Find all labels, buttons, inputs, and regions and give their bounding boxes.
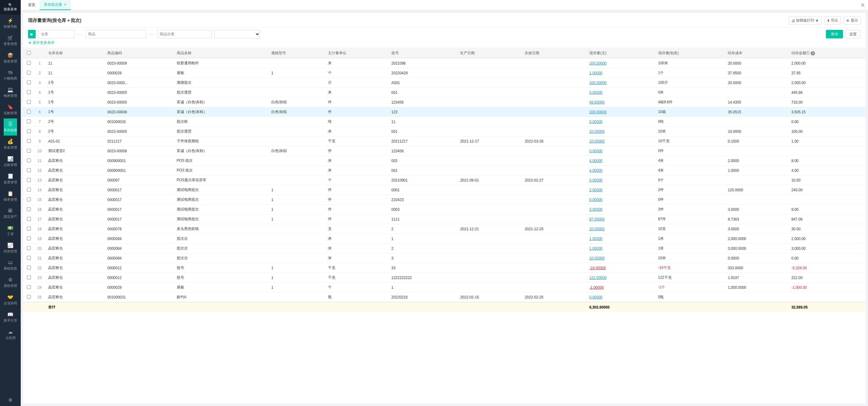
- sidebar-item-mini-ecom[interactable]: 🛍小额电商: [4, 67, 17, 84]
- row-check[interactable]: [23, 253, 34, 263]
- row-check[interactable]: [23, 117, 34, 127]
- sidebar-item-assets[interactable]: 💰资金管理: [4, 136, 17, 153]
- sidebar-item-inventory[interactable]: 🗄库存核查: [4, 119, 17, 136]
- row-goods-name: 批次次: [174, 234, 268, 244]
- sidebar-item-base[interactable]: 🗂基础信息: [4, 257, 17, 274]
- row-stock-main[interactable]: 100.00000: [586, 59, 655, 68]
- display-button[interactable]: 👁 显示: [843, 16, 861, 25]
- row-check[interactable]: [23, 185, 34, 195]
- sidebar-item-sys[interactable]: ⚙系统管理: [4, 274, 17, 291]
- row-total-cost: 0.00: [788, 253, 866, 263]
- row-stock-main[interactable]: 10.00000: [586, 127, 655, 136]
- row-check[interactable]: [23, 263, 34, 273]
- sidebar-settings[interactable]: ⚙: [0, 394, 21, 406]
- row-check[interactable]: [23, 273, 34, 283]
- sidebar-search[interactable]: 🔍 搜索菜单: [0, 0, 21, 14]
- row-stock-main[interactable]: 4.00000: [586, 156, 655, 166]
- row-check[interactable]: [23, 166, 34, 175]
- sidebar-item-label-tax: 税务管理: [4, 197, 17, 202]
- row-stock-main[interactable]: 0.00000: [586, 117, 655, 127]
- sidebar-item-corp[interactable]: 🤝企业协同: [4, 291, 17, 308]
- row-stock-main[interactable]: 0.00000: [586, 88, 655, 98]
- row-check[interactable]: [23, 78, 34, 88]
- warehouse-input[interactable]: [38, 30, 75, 38]
- sidebar-item-wholesale[interactable]: 📦批发管理: [4, 49, 17, 67]
- total-cost-info-icon[interactable]: ①: [811, 51, 815, 56]
- sidebar-item-ops[interactable]: 📈经营管理: [4, 239, 17, 257]
- export-button[interactable]: ⬆ 导出: [824, 16, 841, 25]
- row-num: 20: [34, 244, 45, 253]
- row-stock-main[interactable]: 122.00000: [586, 273, 655, 283]
- sidebar-item-quick-nav[interactable]: ⚡快捷导航: [4, 14, 17, 32]
- row-check[interactable]: [23, 59, 34, 68]
- row-stock-main[interactable]: -16.00000: [586, 263, 655, 273]
- row-unit: 个: [325, 283, 389, 293]
- row-check[interactable]: [23, 88, 34, 98]
- row-stock-main[interactable]: 0.00000: [586, 175, 655, 185]
- footer-unit-cost: [725, 302, 788, 312]
- row-stock-main[interactable]: 10.00000: [586, 136, 655, 146]
- row-stock-main[interactable]: 0.00000: [586, 195, 655, 205]
- row-stock-main[interactable]: 1.00000: [586, 244, 655, 253]
- row-stock-main[interactable]: 49.60000: [586, 98, 655, 107]
- row-unit: 米: [325, 59, 389, 68]
- row-stock-main[interactable]: 10.00000: [586, 253, 655, 263]
- row-check[interactable]: [23, 175, 34, 185]
- row-check[interactable]: [23, 136, 34, 146]
- row-stock-main[interactable]: 2.00000: [586, 185, 655, 195]
- row-spec: 1: [268, 273, 325, 283]
- row-check[interactable]: [23, 283, 34, 293]
- row-stock-main[interactable]: 10.00000: [586, 224, 655, 234]
- filter-arrow-button[interactable]: ▶: [28, 30, 36, 38]
- row-check[interactable]: [23, 127, 34, 136]
- row-check[interactable]: [23, 234, 34, 244]
- row-stock-main[interactable]: 1.00000: [586, 234, 655, 244]
- row-check[interactable]: [23, 146, 34, 156]
- window-close-icon[interactable]: ✕: [860, 2, 865, 8]
- sidebar-item-fixed-assets[interactable]: 🏛固定资产: [4, 205, 17, 222]
- search-button[interactable]: 查询: [826, 30, 843, 38]
- row-check[interactable]: [23, 98, 34, 107]
- row-check[interactable]: [23, 293, 34, 302]
- tab-close-icon[interactable]: ✕: [64, 3, 66, 7]
- sidebar-item-purchase[interactable]: 🔖采购管理: [4, 101, 17, 119]
- row-num: 2: [34, 68, 45, 78]
- sidebar-item-invoice[interactable]: 🧾发票管理: [4, 170, 17, 188]
- sidebar-item-guide[interactable]: 📖新手引导: [4, 308, 17, 326]
- row-stock-main[interactable]: 100.00000: [586, 107, 655, 117]
- sidebar-item-tax[interactable]: 📋税务管理: [4, 188, 17, 205]
- sidebar-item-total[interactable]: 📊总账管理: [4, 153, 17, 170]
- row-stock-main[interactable]: 87.00000: [586, 214, 655, 224]
- row-check[interactable]: [23, 195, 34, 205]
- row-stock-main[interactable]: 0.00000: [586, 293, 655, 302]
- category-select[interactable]: [214, 30, 260, 38]
- row-check[interactable]: [23, 205, 34, 214]
- tab-home[interactable]: 首页: [24, 0, 40, 10]
- row-stock-main[interactable]: 3.00000: [586, 205, 655, 214]
- row-stock-main[interactable]: 4.00000: [586, 166, 655, 175]
- expand-conditions-button[interactable]: ▼ 展开更多条件: [28, 40, 861, 45]
- sidebar-item-cloud[interactable]: ☁云应用: [4, 326, 17, 343]
- sidebar-item-hr[interactable]: 💵工资: [4, 222, 17, 239]
- row-check[interactable]: [23, 68, 34, 78]
- row-check[interactable]: [23, 156, 34, 166]
- row-stock-main[interactable]: 0.00000: [586, 146, 655, 156]
- goods-input[interactable]: [85, 30, 146, 38]
- select-all-checkbox[interactable]: [27, 51, 31, 55]
- row-stock-main[interactable]: -1.00000: [586, 283, 655, 293]
- row-stock-main[interactable]: 1.00000: [586, 68, 655, 78]
- row-check[interactable]: [23, 224, 34, 234]
- print-button[interactable]: 🖨 按模板打印 ▼: [789, 16, 822, 25]
- sidebar-item-ecom[interactable]: 💻电商管理: [4, 84, 17, 101]
- row-unit-cost: 35.0515: [725, 107, 788, 117]
- row-check[interactable]: [23, 214, 34, 224]
- set-button[interactable]: 设置: [845, 30, 861, 38]
- category-input[interactable]: [157, 30, 212, 38]
- sidebar-item-retail[interactable]: 🛒零售管理: [4, 32, 17, 49]
- row-goods-name: POS 批次: [174, 156, 268, 166]
- tab-inventory-batch[interactable]: 库存批次量 ✕: [40, 0, 71, 10]
- row-check[interactable]: [23, 244, 34, 253]
- row-check[interactable]: [23, 107, 34, 117]
- row-stock-main[interactable]: 100.00000: [586, 78, 655, 88]
- row-total-cost: 240.00: [788, 185, 866, 195]
